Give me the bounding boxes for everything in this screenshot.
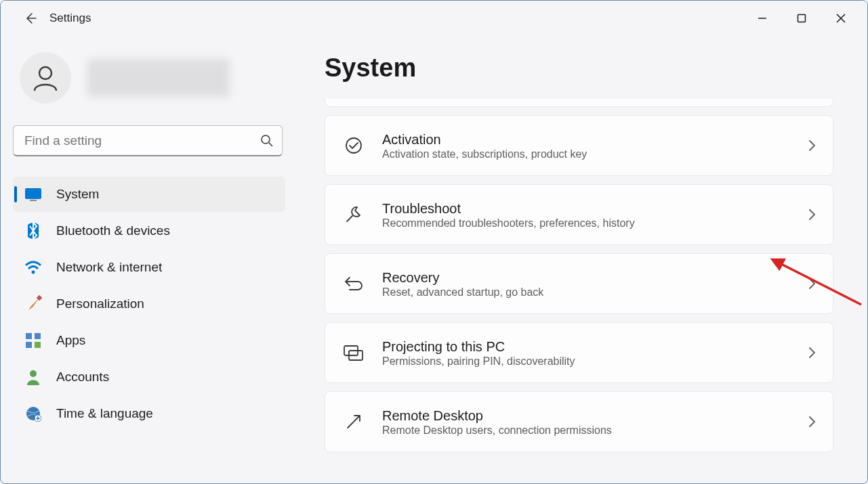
svg-rect-5 [25, 188, 41, 199]
sidebar-item-label: System [56, 187, 99, 202]
card-recovery[interactable]: Recovery Reset, advanced startup, go bac… [325, 253, 833, 314]
titlebar: Settings [1, 1, 867, 36]
sidebar-item-label: Apps [56, 333, 85, 348]
svg-rect-10 [26, 333, 32, 339]
svg-rect-12 [26, 342, 32, 348]
card-text: Troubleshoot Recommended troubleshooters… [382, 200, 807, 229]
recovery-icon [342, 271, 366, 296]
bluetooth-icon [24, 221, 43, 240]
check-icon [342, 133, 366, 158]
wifi-icon [24, 258, 43, 277]
card-text: Activation Activation state, subscriptio… [382, 131, 807, 160]
maximize-button[interactable] [782, 5, 821, 32]
sidebar-item-network[interactable]: Network & internet [13, 250, 285, 285]
svg-rect-11 [35, 333, 41, 339]
minimize-icon [758, 14, 767, 23]
nav: System Bluetooth & devices Network & int… [13, 177, 285, 431]
window-controls [743, 5, 861, 32]
svg-rect-6 [30, 200, 37, 201]
user-block[interactable] [13, 52, 285, 104]
arrow-left-icon [24, 12, 37, 25]
card-text: Recovery Reset, advanced startup, go bac… [382, 269, 807, 299]
svg-line-4 [269, 143, 272, 146]
person-icon [24, 368, 43, 387]
card-remote[interactable]: Remote Desktop Remote Desktop users, con… [325, 391, 833, 452]
card-fragment[interactable] [325, 99, 833, 107]
svg-point-14 [30, 370, 37, 377]
wrench-icon [342, 202, 366, 227]
minimize-button[interactable] [743, 5, 782, 32]
chevron-right-icon [807, 207, 817, 222]
chevron-right-icon [807, 276, 817, 291]
sidebar-item-personalization[interactable]: Personalization [13, 286, 285, 322]
sidebar-item-label: Bluetooth & devices [56, 223, 170, 238]
sidebar-item-label: Time & language [56, 406, 153, 421]
page-title: System [325, 53, 833, 83]
card-text: Remote Desktop Remote Desktop users, con… [382, 407, 807, 437]
search-box[interactable] [13, 125, 283, 156]
card-subtitle: Reset, advanced startup, go back [382, 286, 807, 299]
system-icon [24, 185, 43, 204]
brush-icon [24, 294, 43, 313]
close-icon [836, 14, 846, 23]
chevron-right-icon [807, 138, 817, 153]
person-icon [31, 64, 60, 92]
cards: Activation Activation state, subscriptio… [325, 99, 833, 452]
card-subtitle: Recommended troubleshooters, preferences… [382, 217, 807, 229]
card-text: Projecting to this PC Permissions, pairi… [382, 338, 807, 368]
globe-icon [24, 404, 43, 423]
search-icon [252, 134, 282, 148]
main: System Activation Activation state, subs… [299, 36, 861, 483]
close-button[interactable] [821, 5, 861, 32]
card-title: Recovery [382, 269, 807, 286]
sidebar-item-label: Network & internet [56, 260, 162, 275]
card-subtitle: Permissions, pairing PIN, discoverabilit… [382, 355, 807, 368]
user-name-redacted [87, 59, 230, 97]
back-button[interactable] [17, 5, 44, 32]
chevron-right-icon [807, 414, 817, 429]
apps-icon [24, 331, 43, 350]
svg-rect-13 [35, 342, 41, 348]
svg-point-3 [262, 135, 270, 144]
chevron-right-icon [807, 345, 817, 360]
remote-icon [342, 410, 366, 434]
svg-point-2 [39, 67, 51, 79]
card-subtitle: Remote Desktop users, connection permiss… [382, 424, 807, 437]
svg-point-17 [346, 138, 361, 153]
card-title: Troubleshoot [382, 200, 807, 217]
avatar [20, 52, 71, 104]
sidebar-item-bluetooth[interactable]: Bluetooth & devices [13, 213, 285, 248]
svg-point-8 [32, 271, 35, 274]
search-input[interactable] [14, 133, 252, 148]
sidebar-item-system[interactable]: System [13, 177, 285, 212]
card-title: Projecting to this PC [382, 338, 807, 355]
sidebar-item-label: Accounts [56, 370, 109, 384]
sidebar-item-apps[interactable]: Apps [13, 323, 285, 358]
maximize-icon [797, 14, 806, 23]
card-title: Remote Desktop [382, 407, 807, 424]
sidebar-item-label: Personalization [56, 296, 144, 311]
sidebar-item-time[interactable]: Time & language [13, 396, 285, 431]
card-title: Activation [382, 131, 807, 148]
sidebar: System Bluetooth & devices Network & int… [7, 36, 299, 483]
svg-rect-1 [798, 15, 806, 22]
projecting-icon [342, 340, 366, 365]
card-subtitle: Activation state, subscriptions, product… [382, 148, 807, 160]
card-activation[interactable]: Activation Activation state, subscriptio… [325, 115, 833, 176]
card-projecting[interactable]: Projecting to this PC Permissions, pairi… [325, 322, 833, 383]
card-troubleshoot[interactable]: Troubleshoot Recommended troubleshooters… [325, 184, 833, 245]
sidebar-item-accounts[interactable]: Accounts [13, 359, 285, 395]
app-title: Settings [49, 12, 91, 25]
